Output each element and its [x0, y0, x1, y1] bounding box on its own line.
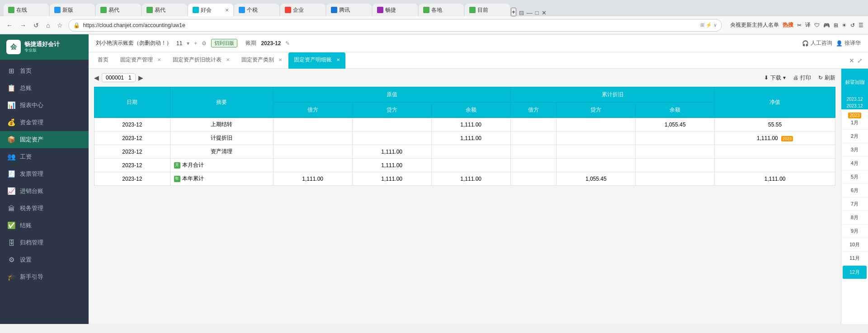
reload-button[interactable]: ↺: [32, 21, 41, 30]
back-button[interactable]: ←: [5, 21, 14, 30]
tab-assets-detail-ledger[interactable]: 固定资产明细账 ✕: [288, 52, 345, 69]
grid-icon[interactable]: ⊞: [834, 22, 838, 28]
period-end-icon: ✅: [7, 221, 15, 230]
tab-assets-category[interactable]: 固定资产类别 ✕: [236, 52, 288, 69]
period-month-5[interactable]: 5月: [841, 170, 868, 184]
browser-tab-geshui[interactable]: 个税: [234, 4, 279, 16]
period-month-8[interactable]: 8月: [841, 211, 868, 225]
forward-button[interactable]: →: [18, 21, 28, 30]
sidebar-item-invoice[interactable]: 🧾 发票管理: [0, 165, 89, 183]
tab-label: 各地: [431, 6, 442, 14]
address-input-box[interactable]: 🔒 https://cloud.chanjet.com/accounting/u…: [68, 19, 722, 32]
user-profile-btn[interactable]: 👤 徐译华: [836, 39, 861, 47]
browser-tab-gedi[interactable]: 各地: [419, 4, 464, 16]
tab-menu-icon[interactable]: ⊟: [519, 9, 524, 16]
sidebar-item-stock[interactable]: 📈 进销台账: [0, 183, 89, 200]
tab-area-close-btn[interactable]: ✕: [849, 57, 854, 64]
browser-tab-yidai1[interactable]: 易代: [96, 4, 141, 16]
download-button[interactable]: ⬇ 下载 ▾: [764, 74, 786, 82]
period-month-12[interactable]: 12月: [843, 266, 867, 279]
window-minimize-icon[interactable]: —: [527, 9, 533, 16]
tab-close-icon[interactable]: ✕: [225, 8, 229, 13]
tab-depreciation-report[interactable]: 固定资产折旧统计表 ✕: [167, 52, 235, 69]
period-month-2[interactable]: 2月: [841, 130, 868, 143]
period-month-9[interactable]: 9月: [841, 225, 868, 238]
tab-home[interactable]: 首页: [92, 52, 114, 69]
sidebar-item-home[interactable]: ⊞ 首页: [0, 62, 89, 80]
sidebar-item-tax[interactable]: 🏛 税务管理: [0, 200, 89, 217]
browser-tab-yidai2[interactable]: 易代: [142, 4, 187, 16]
dropdown-arrow-icon[interactable]: ▾: [187, 40, 189, 47]
sidebar-item-reports[interactable]: 📊 报表中心: [0, 97, 89, 114]
sidebar-item-archive[interactable]: 🗄 归档管理: [0, 234, 89, 251]
sidebar-item-payroll[interactable]: 👥 工资: [0, 148, 89, 165]
cell-summary: 上期结转: [170, 118, 273, 131]
plus-icon[interactable]: +: [194, 40, 197, 47]
period-month-6[interactable]: 6月: [841, 184, 868, 197]
print-button[interactable]: 🖨 打印: [793, 74, 811, 82]
guide-icon: 🎓: [7, 273, 15, 281]
scissors-icon[interactable]: ✂: [797, 22, 802, 28]
browser-tab-tencent[interactable]: 腾讯: [326, 4, 372, 16]
prev-page-button[interactable]: ◀: [94, 74, 99, 81]
sidebar-item-settings[interactable]: ⚙ 设置: [0, 251, 89, 268]
tab-fixed-assets-mgmt[interactable]: 固定资产管理 ✕: [115, 52, 166, 69]
translate-icon[interactable]: 译: [805, 21, 811, 29]
period-month-1[interactable]: 2023 1月: [841, 109, 868, 130]
refresh-button[interactable]: ↻ 刷新: [818, 74, 835, 82]
new-tab-button[interactable]: +: [511, 8, 516, 16]
next-page-button[interactable]: ▶: [138, 74, 143, 81]
window-restore-icon[interactable]: □: [535, 9, 539, 16]
period-month-10[interactable]: 10月: [841, 238, 868, 252]
tab-close-icon[interactable]: ✕: [336, 57, 340, 62]
settings-small-icon[interactable]: ⚙: [202, 40, 207, 47]
month-label: 2月: [851, 133, 859, 139]
cell-summary: 资产清理: [170, 145, 273, 159]
sidebar-item-general-ledger[interactable]: 📋 总账: [0, 80, 89, 97]
menu-icon[interactable]: ☰: [859, 22, 863, 28]
hot-search-label[interactable]: 热搜: [783, 21, 793, 29]
sidebar-item-period-end[interactable]: ✅ 结账: [0, 217, 89, 234]
browser-tab-changjie[interactable]: 畅捷: [373, 4, 418, 16]
sidebar-item-label: 归档管理: [20, 239, 43, 247]
browser-tab-haohui[interactable]: 好会 ✕: [188, 4, 233, 16]
user-icon: 👤: [836, 40, 843, 47]
month-label: 8月: [851, 215, 859, 220]
switch-version-btn[interactable]: 切到旧版: [211, 39, 237, 47]
sidebar-item-label: 新手引导: [20, 273, 43, 281]
period-month-7[interactable]: 7月: [841, 197, 868, 211]
period-panel-header: 期间选择: [841, 69, 868, 96]
address-bar: ← → ↺ ⌂ ☆ 🔒 https://cloud.chanjet.com/ac…: [0, 16, 868, 34]
tab-label: 首页: [98, 56, 108, 64]
cell-orig-credit: [352, 118, 431, 131]
home-button[interactable]: ⌂: [44, 21, 52, 30]
undo-icon[interactable]: ↺: [850, 22, 855, 28]
sidebar-item-guide[interactable]: 🎓 新手引导: [0, 268, 89, 286]
brightness-icon[interactable]: ☀: [842, 22, 847, 28]
browser-tab-online[interactable]: 在线: [4, 4, 49, 16]
sidebar-item-funds[interactable]: 💰 资金管理: [0, 114, 89, 131]
browser-tab-new[interactable]: 新版: [50, 4, 95, 16]
tab-close-icon[interactable]: ✕: [278, 57, 282, 62]
edit-period-icon[interactable]: ✎: [285, 40, 290, 47]
bookmark-button[interactable]: ☆: [55, 21, 65, 30]
tab-close-icon[interactable]: ✕: [157, 57, 161, 62]
tab-close-icon[interactable]: ✕: [226, 57, 230, 62]
shield-icon[interactable]: 🛡: [814, 22, 820, 28]
period-month-3[interactable]: 3月: [841, 143, 868, 157]
ssl-icon: 🔒: [73, 22, 80, 28]
browser-tab-qiye[interactable]: 企业: [280, 4, 326, 16]
logo-icon: 会: [6, 40, 21, 54]
gamepad-icon[interactable]: 🎮: [823, 22, 830, 28]
window-close-icon[interactable]: ✕: [542, 9, 547, 16]
cell-date: 2023-12: [94, 145, 170, 159]
browser-tab-muqian[interactable]: 目前: [465, 4, 510, 16]
period-month-4[interactable]: 4月: [841, 157, 868, 170]
tab-area-expand-btn[interactable]: ⤢: [857, 57, 863, 64]
help-btn[interactable]: 🎧 人工咨询: [802, 39, 832, 47]
year-badge: 2023: [781, 136, 793, 141]
period-month-11[interactable]: 11月: [841, 252, 868, 265]
main-content: 刘小艳演示账套（勿删勿动！） 11 ▾ + ⚙ 切到旧版 账期 2023-12 …: [89, 34, 868, 324]
sidebar-item-label: 资金管理: [20, 118, 43, 127]
sidebar-item-fixed-assets[interactable]: 📦 固定资产: [0, 131, 89, 148]
